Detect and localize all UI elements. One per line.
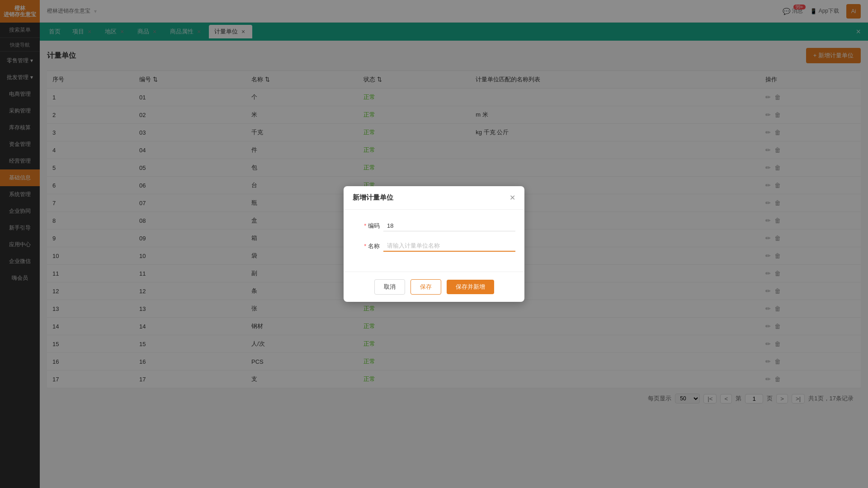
name-label: 名称 [353, 242, 380, 250]
save-button[interactable]: 保存 [410, 279, 441, 295]
modal-overlay[interactable]: 新增计量单位 ✕ 编码 名称 取消 保存 保存并新增 [0, 0, 868, 488]
name-input[interactable] [383, 240, 515, 252]
form-item-code: 编码 [353, 221, 515, 231]
add-unit-modal: 新增计量单位 ✕ 编码 名称 取消 保存 保存并新增 [344, 186, 524, 302]
code-input[interactable] [383, 221, 515, 231]
modal-close-btn[interactable]: ✕ [509, 194, 515, 202]
modal-footer: 取消 保存 保存并新增 [344, 272, 524, 302]
code-label: 编码 [353, 222, 380, 230]
form-item-name: 名称 [353, 240, 515, 252]
save-and-new-button[interactable]: 保存并新增 [447, 280, 494, 294]
cancel-button[interactable]: 取消 [374, 279, 405, 295]
modal-header: 新增计量单位 ✕ [344, 186, 524, 210]
modal-body: 编码 名称 [344, 210, 524, 272]
modal-title: 新增计量单位 [353, 193, 393, 202]
